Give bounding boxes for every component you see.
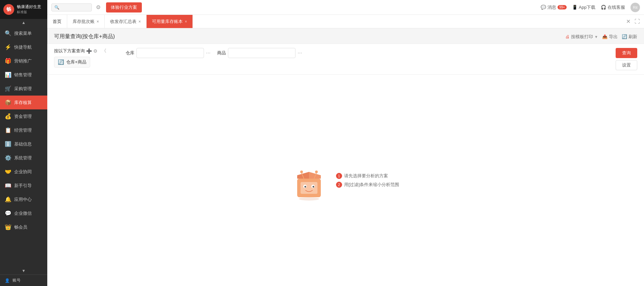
svg-point-10 xyxy=(300,171,303,173)
page-actions: 🖨 按模板打印 ▼ 📤 导出 🔄 刷新 xyxy=(565,34,637,40)
user-avatar-small: 👤 xyxy=(5,278,10,283)
search-box-icon: 🔍 xyxy=(54,5,59,10)
chevron-down-icon[interactable]: ▼ xyxy=(594,35,598,39)
tab-summary[interactable]: 收发存汇总表 × xyxy=(105,15,147,28)
sidebar-item-search[interactable]: 🔍 搜索菜单 xyxy=(0,26,47,40)
message-icon: 💬 xyxy=(541,5,546,10)
sales-icon: 📊 xyxy=(5,72,11,78)
sidebar-scroll-down[interactable]: ▼ xyxy=(0,267,47,275)
main-area: 🔍 ⚙ 体验行业方案 💬 消息 99+ 📱 App下载 🎧 在线客服 Rit xyxy=(47,0,644,286)
tabbar: 首页 库存批次账 × 收发存汇总表 × 可用量库存账本 × ✕ ⛶ xyxy=(47,15,644,28)
trial-button[interactable]: 体验行业方案 xyxy=(106,2,142,12)
query-button[interactable]: 查询 xyxy=(616,48,637,58)
empty-state: 1 请先选择要分析的方案 2 用[过滤]条件来缩小分析范围 xyxy=(47,75,644,286)
settings-icon[interactable]: ⚙ xyxy=(96,4,101,10)
topbar-right: 💬 消息 99+ 📱 App下载 🎧 在线客服 Rit xyxy=(541,3,640,12)
purchase-icon: 🛒 xyxy=(5,85,11,92)
sidebar-item-member[interactable]: 👑 畅会员 xyxy=(0,220,47,234)
refresh-icon: 🔄 xyxy=(622,34,627,39)
sidebar-logo: 畅 xyxy=(3,4,14,15)
svg-point-0 xyxy=(299,197,319,201)
warehouse-label: 仓库 xyxy=(126,50,134,56)
headset-icon: 🎧 xyxy=(601,5,606,10)
message-button[interactable]: 💬 消息 99+ xyxy=(541,4,567,10)
goods-input[interactable] xyxy=(228,48,295,58)
sidebar-item-finance[interactable]: 💰 资金管理 xyxy=(0,109,47,123)
sidebar-username: 账号 xyxy=(12,278,21,283)
warehouse-field-group: 仓库 ··· xyxy=(126,48,210,58)
goods-field-group: 商品 ··· xyxy=(217,48,302,58)
page-header: 可用量查询(按仓库+商品) 🖨 按模板打印 ▼ 📤 导出 🔄 刷新 xyxy=(47,28,644,44)
sidebar-item-system[interactable]: ⚙️ 系统管理 xyxy=(0,151,47,165)
setting-button[interactable]: 设置 xyxy=(616,60,637,70)
goods-more-icon[interactable]: ··· xyxy=(298,50,302,56)
message-badge: 99+ xyxy=(558,5,567,9)
sidebar-item-sales[interactable]: 📊 销售管理 xyxy=(0,68,47,82)
add-scheme-icon[interactable]: ➕ xyxy=(86,48,92,54)
query-area: 按以下方案查询 ➕ ⚙ 《 🔄 仓库+商品 仓库 ··· xyxy=(47,44,644,75)
tab-home[interactable]: 首页 xyxy=(47,15,67,28)
sidebar-scroll-up[interactable]: ▲ xyxy=(0,19,47,26)
sidebar-item-inventory[interactable]: 📦 库存核算 xyxy=(0,96,47,109)
topbar: 🔍 ⚙ 体验行业方案 💬 消息 99+ 📱 App下载 🎧 在线客服 Rit xyxy=(47,0,644,15)
app-icon: 📱 xyxy=(572,5,577,10)
sidebar-item-shortcut[interactable]: ⚡ 快捷导航 xyxy=(0,40,47,54)
sidebar-footer[interactable]: 👤 账号 xyxy=(0,275,47,286)
svg-marker-3 xyxy=(309,172,321,179)
inventory-icon: 📦 xyxy=(5,99,11,106)
sidebar: 畅 畅康通好生意 标准版 ▲ 🔍 搜索菜单 ⚡ 快捷导航 🎁 营销推广 📊 销售… xyxy=(0,0,47,286)
warehouse-more-icon[interactable]: ··· xyxy=(206,50,210,56)
sidebar-header: 畅 畅康通好生意 标准版 xyxy=(0,0,47,19)
query-btn-group: 查询 设置 xyxy=(616,48,637,70)
tab-available-close[interactable]: × xyxy=(185,19,187,24)
tab-batch[interactable]: 库存批次账 × xyxy=(67,15,105,28)
enterprise-icon: 🤝 xyxy=(5,168,11,175)
tab-summary-close[interactable]: × xyxy=(138,19,141,24)
app-download-button[interactable]: 📱 App下载 xyxy=(572,4,595,10)
sidebar-subtitle: 标准版 xyxy=(17,10,41,15)
scheme-item[interactable]: 🔄 仓库+商品 xyxy=(54,57,90,68)
operation-icon: 📋 xyxy=(5,127,11,133)
sidebar-item-enterprise[interactable]: 🤝 企业协同 xyxy=(0,165,47,179)
scheme-label: 按以下方案查询 ➕ ⚙ 《 xyxy=(54,48,106,54)
sidebar-nav: 🔍 搜索菜单 ⚡ 快捷导航 🎁 营销推广 📊 销售管理 🛒 采购管理 📦 库存核… xyxy=(0,26,47,267)
avatar[interactable]: Rit xyxy=(630,3,640,12)
svg-point-12 xyxy=(315,171,318,173)
goods-label: 商品 xyxy=(217,50,226,56)
template-print-button[interactable]: 🖨 按模板打印 ▼ xyxy=(565,34,598,40)
sidebar-item-basic[interactable]: ℹ️ 基础信息 xyxy=(0,137,47,151)
sidebar-title: 畅康通好生意 xyxy=(17,4,41,10)
print-icon: 🖨 xyxy=(565,34,570,39)
search-box[interactable]: 🔍 xyxy=(51,3,92,11)
finance-icon: 💰 xyxy=(5,113,11,120)
content: 可用量查询(按仓库+商品) 🖨 按模板打印 ▼ 📤 导出 🔄 刷新 xyxy=(47,28,644,286)
tab-close-all-icon[interactable]: ✕ xyxy=(625,17,632,26)
system-icon: ⚙️ xyxy=(5,155,11,161)
marketing-icon: 🎁 xyxy=(5,58,11,64)
edit-scheme-icon[interactable]: ⚙ xyxy=(93,48,98,54)
scheme-item-icon: 🔄 xyxy=(58,59,64,65)
collapse-icon[interactable]: 《 xyxy=(102,48,106,54)
sidebar-item-operation[interactable]: 📋 经营管理 xyxy=(0,123,47,137)
search-icon: 🔍 xyxy=(5,30,11,36)
svg-rect-4 xyxy=(301,182,317,194)
hint-num-2: 2 xyxy=(336,182,342,188)
basic-icon: ℹ️ xyxy=(5,141,11,147)
page-title: 可用量查询(按仓库+商品) xyxy=(54,33,115,40)
tab-fullscreen-icon[interactable]: ⛶ xyxy=(633,17,641,26)
svg-point-7 xyxy=(304,186,306,188)
service-button[interactable]: 🎧 在线客服 xyxy=(601,4,625,10)
tab-available[interactable]: 可用量库存账本 × xyxy=(147,15,193,28)
sidebar-item-marketing[interactable]: 🎁 营销推广 xyxy=(0,54,47,68)
export-button[interactable]: 📤 导出 xyxy=(602,34,618,40)
sidebar-item-purchase[interactable]: 🛒 采购管理 xyxy=(0,82,47,96)
sidebar-item-newbie[interactable]: 📖 新手引导 xyxy=(0,179,47,192)
sidebar-item-wechat[interactable]: 💬 企业微信 xyxy=(0,206,47,220)
appstore-icon: 🔔 xyxy=(5,196,11,203)
warehouse-input[interactable] xyxy=(136,48,204,58)
sidebar-item-appstore[interactable]: 🔔 应用中心 xyxy=(0,192,47,206)
tab-batch-close[interactable]: × xyxy=(97,19,99,24)
hint-1: 1 请先选择要分析的方案 xyxy=(336,173,399,179)
refresh-button[interactable]: 🔄 刷新 xyxy=(622,34,637,40)
tabbar-right: ✕ ⛶ xyxy=(625,17,644,26)
